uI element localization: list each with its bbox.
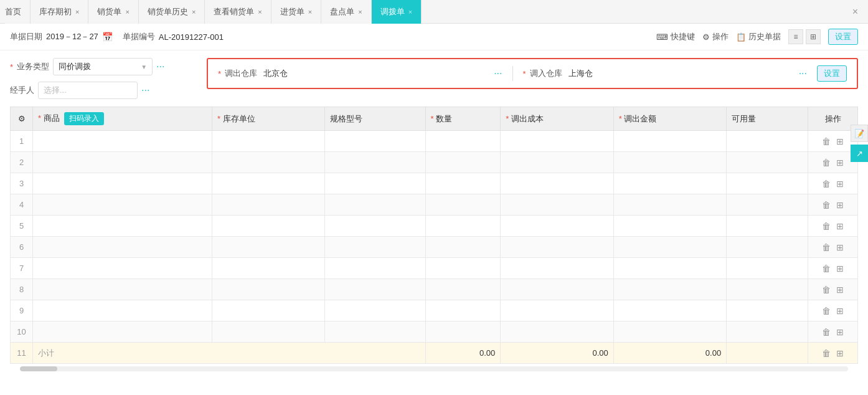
cell-available[interactable] <box>727 300 808 321</box>
cell-unit[interactable] <box>212 237 325 258</box>
cell-spec[interactable] <box>325 152 425 173</box>
cell-qty[interactable] <box>425 131 501 152</box>
cell-cost[interactable] <box>501 300 613 321</box>
tab-inventory-init[interactable]: 库存期初 × <box>31 0 88 24</box>
tab-stocktake[interactable]: 盘点单 × <box>321 0 371 24</box>
cell-product[interactable] <box>33 131 212 152</box>
cell-unit[interactable] <box>212 216 325 237</box>
delete-icon[interactable]: 🗑 <box>822 200 831 210</box>
cell-unit[interactable] <box>212 152 325 173</box>
tab-close-stocktake[interactable]: × <box>358 8 362 16</box>
cell-product[interactable] <box>33 237 212 258</box>
cell-amount[interactable] <box>613 194 726 216</box>
cell-qty[interactable] <box>425 258 501 279</box>
tab-close-sales-history[interactable]: × <box>192 8 196 16</box>
cell-available[interactable] <box>727 173 808 194</box>
tab-close-sales-order[interactable]: × <box>125 8 129 16</box>
cell-amount[interactable] <box>613 237 726 258</box>
cell-cost[interactable] <box>501 237 613 258</box>
copy-icon[interactable]: ⊞ <box>836 264 844 274</box>
cell-qty[interactable] <box>425 173 501 194</box>
copy-icon[interactable]: ⊞ <box>836 158 844 168</box>
cell-spec[interactable] <box>325 300 425 321</box>
cell-cost[interactable] <box>501 194 613 216</box>
cell-available[interactable] <box>727 279 808 300</box>
copy-icon[interactable]: ⊞ <box>836 242 844 252</box>
tab-sales-order[interactable]: 销货单 × <box>88 0 138 24</box>
cell-product[interactable] <box>33 152 212 173</box>
cell-unit[interactable] <box>212 258 325 279</box>
settings-button[interactable]: 设置 <box>828 29 858 45</box>
copy-icon[interactable]: ⊞ <box>836 348 844 358</box>
cell-unit[interactable] <box>212 173 325 194</box>
transfer-in-more[interactable]: ··· <box>799 68 807 79</box>
copy-icon[interactable]: ⊞ <box>836 136 844 146</box>
cell-available[interactable] <box>727 321 808 343</box>
tab-home[interactable]: 首页 <box>5 0 31 24</box>
cell-unit[interactable] <box>212 131 325 152</box>
th-gear[interactable]: ⚙ <box>11 107 33 131</box>
cell-unit[interactable] <box>212 279 325 300</box>
calendar-icon[interactable]: 📅 <box>102 32 113 42</box>
cell-qty[interactable] <box>425 279 501 300</box>
delete-icon[interactable]: 🗑 <box>822 242 831 252</box>
cell-qty[interactable] <box>425 300 501 321</box>
cell-available[interactable] <box>727 258 808 279</box>
cell-available[interactable] <box>727 131 808 152</box>
delete-icon[interactable]: 🗑 <box>822 136 831 146</box>
delete-icon[interactable]: 🗑 <box>822 264 831 274</box>
expand-btn[interactable]: ↗ <box>851 145 868 162</box>
cell-amount[interactable] <box>613 321 726 343</box>
cell-cost[interactable] <box>501 258 613 279</box>
cell-available[interactable] <box>727 194 808 216</box>
cell-qty[interactable] <box>425 194 501 216</box>
cell-qty[interactable] <box>425 216 501 237</box>
cell-cost[interactable] <box>501 131 613 152</box>
copy-icon[interactable]: ⊞ <box>836 179 844 189</box>
history-action[interactable]: 📋 历史单据 <box>736 31 781 42</box>
copy-icon[interactable]: ⊞ <box>836 285 844 295</box>
cell-spec[interactable] <box>325 279 425 300</box>
copy-icon[interactable]: ⊞ <box>836 327 844 337</box>
cell-amount[interactable] <box>613 300 726 321</box>
cell-product[interactable] <box>33 173 212 194</box>
tab-sales-history[interactable]: 销货单历史 × <box>139 0 205 24</box>
cell-cost[interactable] <box>501 152 613 173</box>
cell-amount[interactable] <box>613 216 726 237</box>
close-window-btn[interactable]: × <box>847 6 863 17</box>
delete-icon[interactable]: 🗑 <box>822 179 831 189</box>
cell-product[interactable] <box>33 279 212 300</box>
cell-product[interactable] <box>33 216 212 237</box>
delete-icon[interactable]: 🗑 <box>822 306 831 316</box>
tab-transfer[interactable]: 调拨单 × <box>372 0 422 24</box>
grid-view-btn[interactable]: ⊞ <box>806 29 821 44</box>
cell-spec[interactable] <box>325 237 425 258</box>
tab-purchase[interactable]: 进货单 × <box>271 0 321 24</box>
cell-cost[interactable] <box>501 216 613 237</box>
cell-cost[interactable] <box>501 173 613 194</box>
delete-icon[interactable]: 🗑 <box>822 285 831 295</box>
cell-available[interactable] <box>727 152 808 173</box>
copy-icon[interactable]: ⊞ <box>836 200 844 210</box>
tab-view-sales[interactable]: 查看销货单 × <box>205 0 271 24</box>
transfer-out-more[interactable]: ··· <box>494 68 502 79</box>
copy-icon[interactable]: ⊞ <box>836 221 844 231</box>
cell-cost[interactable] <box>501 321 613 343</box>
operation-action[interactable]: ⚙ 操作 <box>702 31 729 42</box>
cell-amount[interactable] <box>613 152 726 173</box>
scan-btn[interactable]: 扫码录入 <box>64 112 104 125</box>
cell-product[interactable] <box>33 321 212 343</box>
cell-spec[interactable] <box>325 173 425 194</box>
cell-product[interactable] <box>33 258 212 279</box>
shortcut-action[interactable]: ⌨ 快捷键 <box>656 31 695 42</box>
cell-qty[interactable] <box>425 321 501 343</box>
cell-spec[interactable] <box>325 321 425 343</box>
cell-spec[interactable] <box>325 131 425 152</box>
cell-available[interactable] <box>727 216 808 237</box>
cell-amount[interactable] <box>613 173 726 194</box>
cell-unit[interactable] <box>212 321 325 343</box>
cell-amount[interactable] <box>613 131 726 152</box>
tab-close-purchase[interactable]: × <box>308 8 312 16</box>
warehouse-settings-btn[interactable]: 设置 <box>817 65 847 82</box>
cell-spec[interactable] <box>325 194 425 216</box>
